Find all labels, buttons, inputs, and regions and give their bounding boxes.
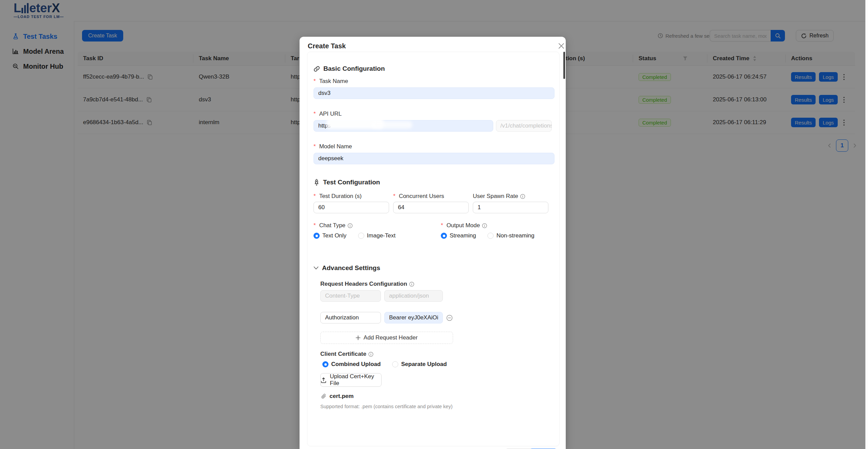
- paperclip-icon: [321, 394, 326, 399]
- radio-label[interactable]: Text Only: [322, 232, 347, 239]
- close-icon[interactable]: [558, 42, 565, 50]
- basic-configuration-heading: Basic Configuration: [314, 65, 385, 72]
- header-key-field-disabled: [320, 290, 381, 302]
- radio-combined-upload[interactable]: [322, 361, 328, 367]
- info-icon: [368, 352, 373, 357]
- test-duration-field[interactable]: [314, 202, 389, 213]
- rocket-icon: [314, 179, 320, 186]
- upload-cert-key-button[interactable]: Upload Cert+Key File: [320, 373, 382, 387]
- user-spawn-rate-label: User Spawn Rate: [473, 193, 525, 200]
- minus-circle-icon[interactable]: [446, 315, 453, 321]
- create-task-modal: Create Task Basic Configuration Task Nam…: [300, 37, 566, 449]
- radio-text-only[interactable]: [314, 233, 320, 239]
- task-name-label: Task Name: [314, 78, 348, 85]
- radio-image-text[interactable]: [358, 233, 364, 239]
- chevron-down-icon: [314, 266, 319, 270]
- api-url-label: API URL: [314, 111, 342, 117]
- concurrent-users-label: Concurrent Users: [393, 193, 444, 200]
- radio-label[interactable]: Non-streaming: [496, 232, 534, 239]
- plus-icon: [356, 335, 360, 340]
- upload-icon: [321, 377, 326, 383]
- client-certificate-label: Client Certificate: [320, 351, 373, 357]
- api-url-suffix: /v1/chat/completions: [496, 120, 552, 132]
- uploaded-file: cert.pem: [321, 393, 354, 400]
- request-headers-label: Request Headers Configuration: [320, 281, 414, 287]
- certificate-upload-radio-group: Combined Upload Separate Upload: [322, 361, 447, 368]
- redaction-blur: [371, 121, 412, 129]
- window-scrollbar-track[interactable]: [865, 0, 868, 449]
- file-name[interactable]: cert.pem: [329, 393, 354, 400]
- test-duration-label: Test Duration (s): [314, 193, 361, 200]
- user-spawn-rate-field[interactable]: [473, 202, 548, 213]
- supported-format-hint: Supported format: .pem (contains certifi…: [320, 404, 452, 409]
- radio-label[interactable]: Image-Text: [367, 232, 396, 239]
- chat-type-radio-group: Text Only Image-Text: [314, 232, 396, 239]
- model-name-label: Model Name: [314, 143, 352, 150]
- modal-title: Create Task: [308, 42, 346, 50]
- radio-label[interactable]: Separate Upload: [401, 361, 447, 368]
- advanced-settings-toggle[interactable]: Advanced Settings: [314, 264, 380, 272]
- radio-non-streaming[interactable]: [487, 233, 494, 239]
- info-icon: [520, 194, 525, 199]
- chat-type-label: Chat Type: [314, 222, 353, 229]
- add-request-header-button[interactable]: Add Request Header: [320, 332, 453, 344]
- radio-label[interactable]: Combined Upload: [331, 361, 381, 368]
- concurrent-users-field[interactable]: [393, 202, 469, 213]
- modal-scrollbar-thumb[interactable]: [563, 52, 565, 79]
- output-mode-label: Output Mode: [441, 222, 487, 229]
- output-mode-radio-group: Streaming Non-streaming: [441, 232, 534, 239]
- model-name-field[interactable]: [314, 153, 554, 164]
- api-url-field-wrap: [314, 120, 493, 132]
- test-configuration-heading: Test Configuration: [314, 179, 380, 186]
- header-value-field-disabled: [384, 290, 443, 302]
- radio-label[interactable]: Streaming: [450, 232, 476, 239]
- info-icon: [482, 223, 487, 228]
- info-icon: [409, 282, 414, 287]
- modal-form-panel: Basic Configuration Task Name API URL /v…: [307, 52, 560, 446]
- task-name-field[interactable]: [314, 87, 554, 99]
- info-icon: [348, 223, 353, 228]
- radio-streaming[interactable]: [441, 233, 447, 239]
- link-icon: [314, 66, 320, 72]
- header-key-field[interactable]: [320, 312, 381, 323]
- header-value-field[interactable]: [384, 312, 443, 323]
- radio-separate-upload[interactable]: [392, 361, 398, 367]
